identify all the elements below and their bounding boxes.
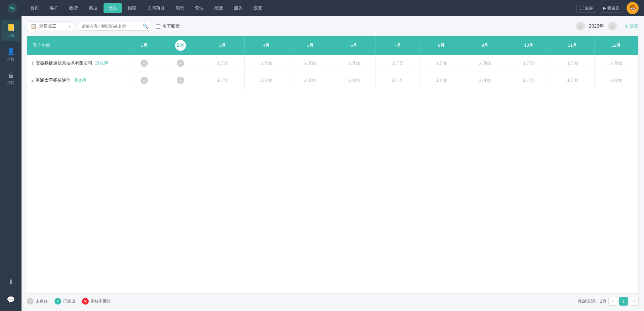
fullscreen-button[interactable]: ⛶ 全屏 [576, 4, 596, 13]
sidebar-item-accounting[interactable]: 📒 记账 [1, 20, 20, 41]
col-jul: 7月 [376, 36, 419, 55]
accounts-table: 客户名称 1月 2月 3月 4月 5月 6月 7月 8月 9月 10月 11月 [27, 36, 638, 89]
my-accounts-checkbox-label[interactable]: 名下账套 [156, 23, 180, 29]
prev-page-button[interactable]: < [608, 297, 617, 306]
month-cell-1-10[interactable]: 未开始 [551, 72, 594, 89]
client-name: 漠澜太平畅捷通信 [36, 78, 71, 83]
search-wrap: 🔍 [78, 22, 152, 31]
legend-rejected: ✕ 审核不通过 [82, 298, 111, 305]
my-accounts-label: 名下账套 [162, 23, 180, 29]
nav-item-工商项目[interactable]: 工商项目 [143, 3, 169, 13]
next-year-button[interactable]: › [608, 22, 617, 31]
nav-item-管理[interactable]: 管理 [190, 3, 208, 13]
sidebar-item-chat[interactable]: 💬 [1, 292, 20, 307]
next-page-button[interactable]: > [630, 297, 639, 306]
employee-icon: 📋 [31, 24, 36, 29]
status-not-started: 未开始 [216, 78, 229, 83]
month-cell-1-1[interactable]: − [160, 72, 201, 89]
month-cell-0-10[interactable]: 未开始 [551, 55, 594, 72]
col-nov: 11月 [551, 36, 594, 55]
refresh-button[interactable]: ↻ 刷新 [625, 23, 639, 29]
legend-not-created: − 未建账 [27, 298, 48, 305]
nav-item-设置[interactable]: 设置 [249, 3, 267, 13]
enter-link[interactable]: 进账簿 [73, 78, 86, 83]
nav-item-收费[interactable]: 收费 [65, 3, 83, 13]
month-cell-1-5[interactable]: 未开始 [332, 72, 375, 89]
vip-button[interactable]: ▶ 畅会员 [600, 4, 622, 13]
nav-item-服务[interactable]: 服务 [229, 3, 247, 13]
download-icon: ⬇ [8, 278, 14, 286]
col-feb: 2月 [160, 36, 201, 55]
nav-item-票据[interactable]: 票据 [84, 3, 102, 13]
month-cell-0-5[interactable]: 未开始 [332, 55, 375, 72]
nav-item-首页[interactable]: 首页 [26, 3, 44, 13]
status-dash-icon: − [177, 77, 184, 84]
month-cell-1-2[interactable]: 未开始 [201, 72, 244, 89]
status-not-started: 未开始 [260, 61, 272, 66]
sidebar-bottom: ⬇ 💬 [1, 275, 20, 307]
enter-link[interactable]: 进账簿 [95, 61, 108, 66]
not-created-icon: − [27, 298, 34, 305]
month-cell-1-8[interactable]: 未开始 [463, 72, 507, 89]
month-cell-0-11[interactable]: 未开始 [594, 55, 638, 72]
status-not-started: 未开始 [392, 78, 404, 83]
vip-label: 畅会员 [607, 5, 619, 11]
nav-item-客户[interactable]: 客户 [45, 3, 63, 13]
nav-item-记账[interactable]: 记账 [104, 3, 122, 13]
table-header: 客户名称 1月 2月 3月 4月 5月 6月 7月 8月 9月 10月 11月 [27, 36, 638, 55]
month-cell-0-4[interactable]: 未开始 [288, 55, 332, 72]
year-display: 2023年 [589, 23, 604, 29]
sidebar-label-accounting: 记账 [7, 33, 14, 38]
top-navigation: 首页客户收费票据记账报税工商项目消息管理经营服务设置 ⛶ 全屏 ▶ 畅会员 🐯 [0, 0, 644, 16]
col-may: 5月 [288, 36, 332, 55]
month-cell-1-0[interactable]: − [128, 72, 160, 89]
rejected-icon: ✕ [82, 298, 89, 305]
employee-select[interactable]: 📋 全部员工 ▾ [27, 22, 74, 31]
total-info: 共2条记录，1页 [578, 299, 606, 304]
month-cell-1-3[interactable]: 未开始 [244, 72, 288, 89]
status-dash-icon: − [177, 60, 184, 67]
employee-label: 全部员工 [39, 23, 66, 29]
search-icon[interactable]: 🔍 [143, 24, 148, 29]
month-cell-0-7[interactable]: 未开始 [419, 55, 463, 72]
my-accounts-checkbox[interactable] [156, 24, 160, 29]
sidebar-item-audit[interactable]: 👤 审核 [1, 44, 20, 65]
sidebar-item-print[interactable]: 🖨 打印 [1, 68, 20, 89]
month-cell-1-6[interactable]: 未开始 [376, 72, 419, 89]
toolbar: 📋 全部员工 ▾ 🔍 名下账套 ‹ 2023年 › ↻ 刷新 [27, 22, 639, 31]
status-not-started: 未开始 [435, 78, 447, 83]
status-not-started: 未开始 [566, 78, 578, 83]
header-row: 客户名称 1月 2月 3月 4月 5月 6月 7月 8月 9月 10月 11月 [27, 36, 638, 55]
month-cell-1-11[interactable]: 未开始 [594, 72, 638, 89]
col-mar: 3月 [201, 36, 244, 55]
month-cell-0-0[interactable]: − [128, 55, 160, 72]
status-dash-icon: − [140, 60, 148, 67]
month-cell-0-1[interactable]: − [160, 55, 201, 72]
search-input[interactable] [82, 24, 140, 29]
month-cell-1-7[interactable]: 未开始 [419, 72, 463, 89]
status-not-started: 未开始 [304, 78, 316, 83]
month-cell-0-2[interactable]: 未开始 [201, 55, 244, 72]
month-cell-0-6[interactable]: 未开始 [376, 55, 419, 72]
page-1-button[interactable]: 1 [619, 297, 628, 306]
month-cell-0-8[interactable]: 未开始 [463, 55, 507, 72]
month-cell-0-9[interactable]: 未开始 [507, 55, 551, 72]
nav-item-经营[interactable]: 经营 [210, 3, 228, 13]
nav-item-报税[interactable]: 报税 [123, 3, 141, 13]
status-not-started: 未开始 [523, 78, 535, 83]
col-oct: 10月 [507, 36, 551, 55]
month-cell-1-4[interactable]: 未开始 [288, 72, 332, 89]
col-apr: 4月 [244, 36, 288, 55]
month-cell-1-9[interactable]: 未开始 [507, 72, 551, 89]
prev-year-button[interactable]: ‹ [576, 22, 585, 31]
sidebar-item-download[interactable]: ⬇ [1, 275, 20, 289]
logo[interactable] [5, 1, 19, 15]
fullscreen-icon: ⛶ [579, 6, 583, 10]
status-dash-icon: − [140, 77, 148, 84]
month-cell-0-3[interactable]: 未开始 [244, 55, 288, 72]
main-layout: 📒 记账 👤 审核 🖨 打印 ⬇ 💬 📋 全部员工 ▾ [0, 16, 644, 311]
status-not-started: 未开始 [216, 61, 229, 66]
dropdown-arrow-icon: ▾ [69, 25, 70, 28]
avatar[interactable]: 🐯 [627, 2, 639, 14]
nav-item-消息[interactable]: 消息 [171, 3, 189, 13]
